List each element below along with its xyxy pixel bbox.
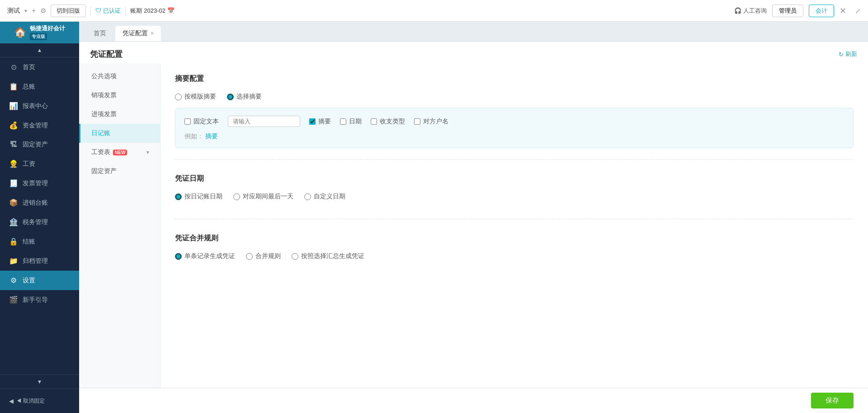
project-chevron-icon[interactable]: ▾ — [24, 8, 27, 14]
accountant-button[interactable]: 会计 — [809, 5, 834, 17]
radio-template-summary-label: 按模版摘要 — [184, 93, 216, 101]
radio-merge-rule[interactable]: 合并规则 — [246, 252, 281, 260]
tax-icon: 🏦 — [9, 218, 18, 226]
radio-single-record[interactable]: 单条记录生成凭证 — [175, 252, 235, 260]
topbar-settings-icon[interactable]: ⚙ — [40, 7, 46, 15]
window-expand-icon[interactable]: ⤢ — [855, 7, 861, 14]
sidebar-item-tax[interactable]: 🏦 税务管理 — [0, 212, 79, 232]
sidebar-scroll-up[interactable]: ▲ — [0, 45, 79, 55]
sidebar-item-guide[interactable]: 🎬 新手引导 — [0, 290, 79, 310]
main-wrap: 🏠 畅捷通好会计 专业版 ▲ ⊙ 首页 📋 总账 📊 报表中心 💰 — [0, 22, 868, 413]
radio-summary-generate-input[interactable] — [292, 253, 298, 260]
fixed-text-label: 固定文本 — [193, 117, 219, 126]
sidebar-item-closing[interactable]: 🔒 结账 — [0, 232, 79, 251]
refresh-label: 刷新 — [845, 50, 857, 58]
example-prefix: 例如： — [184, 132, 203, 140]
radio-period-last-input[interactable] — [233, 193, 240, 200]
checkbox-fixed-text-input[interactable] — [184, 118, 191, 125]
calendar-icon[interactable]: 📅 — [167, 7, 175, 14]
config-sidebar-fixed-assets[interactable]: 固定资产 — [79, 162, 160, 181]
voucher-merge-radio-group: 单条记录生成凭证 合并规则 按照选择汇总生成凭证 — [175, 252, 854, 260]
radio-merge-rule-input[interactable] — [246, 253, 253, 260]
sidebar-label-reports: 报表中心 — [23, 102, 48, 110]
config-sidebar-purchase-invoice[interactable]: 进项发票 — [79, 105, 160, 124]
radio-template-summary[interactable]: 按模版摘要 — [175, 93, 216, 101]
config-sidebar-journal-label: 日记账 — [91, 129, 110, 136]
checkbox-income-type-label: 收支类型 — [380, 117, 405, 126]
config-sidebar-sales-invoice[interactable]: 销项发票 — [79, 86, 160, 105]
config-sidebar-public-label: 公共选项 — [91, 72, 117, 80]
sidebar-item-capital[interactable]: 💰 资金管理 — [0, 116, 79, 135]
home-icon: ⊙ — [9, 63, 18, 71]
page-title: 凭证配置 — [90, 49, 123, 60]
checkbox-date-input[interactable] — [340, 118, 346, 125]
radio-journal-date-input[interactable] — [175, 193, 182, 200]
refresh-button[interactable]: ↻ 刷新 — [839, 50, 857, 58]
payroll-chevron-icon: ▾ — [146, 149, 149, 155]
certified-label: 已认证 — [103, 7, 121, 15]
closing-icon: 🔒 — [9, 237, 18, 246]
logo-icon: 🏠 — [14, 27, 26, 38]
sidebar-item-purchase-sale[interactable]: 📦 进销台账 — [0, 193, 79, 212]
window-close-icon[interactable]: ✕ — [840, 6, 846, 16]
radio-select-summary[interactable]: 选择摘要 — [227, 93, 262, 101]
save-button[interactable]: 保存 — [811, 393, 854, 408]
help-headset-icon: 🎧 — [734, 7, 741, 14]
sidebar-item-reports[interactable]: 📊 报表中心 — [0, 96, 79, 116]
fixed-text-input[interactable] — [228, 116, 300, 127]
radio-period-last[interactable]: 对应期间最后一天 — [233, 192, 293, 201]
period-label: 账期 — [130, 7, 142, 15]
admin-button[interactable]: 管理员 — [772, 5, 803, 17]
tab-home[interactable]: 首页 — [86, 26, 113, 41]
sidebar-item-assets[interactable]: 🏗 固定资产 — [0, 135, 79, 154]
sidebar-item-home[interactable]: ⊙ 首页 — [0, 57, 79, 77]
sidebar-label-settings: 设置 — [23, 277, 35, 285]
archive-icon: 📁 — [9, 257, 18, 265]
sidebar-item-ledger[interactable]: 📋 总账 — [0, 77, 79, 96]
ledger-icon: 📋 — [9, 82, 18, 91]
sidebar-label-ledger: 总账 — [23, 83, 35, 91]
sidebar-scroll-down[interactable]: ▼ — [0, 377, 79, 387]
checkbox-summary-input[interactable] — [309, 118, 316, 125]
radio-single-record-input[interactable] — [175, 253, 182, 260]
help-button[interactable]: 🎧 人工咨询 — [734, 7, 767, 15]
checkbox-date[interactable]: 日期 — [340, 117, 362, 126]
config-sidebar-journal[interactable]: 日记账 — [79, 124, 160, 143]
account-period: 账期 2023-02 📅 — [130, 7, 175, 15]
checkbox-summary[interactable]: 摘要 — [309, 117, 331, 126]
sidebar-item-settings[interactable]: ⚙ 设置 — [0, 271, 79, 290]
radio-custom-date-label: 自定义日期 — [314, 192, 345, 201]
summary-radio-group: 按模版摘要 选择摘要 — [175, 93, 854, 101]
checkbox-counterparty-input[interactable] — [414, 118, 420, 125]
sidebar-item-archive[interactable]: 📁 归档管理 — [0, 251, 79, 271]
config-sidebar-payroll-table[interactable]: 工资表 NEW ▾ — [79, 143, 160, 162]
payroll-icon: 👷 — [9, 160, 18, 168]
checkbox-income-type[interactable]: 收支类型 — [371, 117, 405, 126]
voucher-merge-section: 凭证合并规则 单条记录生成凭证 合并规则 — [175, 234, 854, 278]
help-label: 人工咨询 — [743, 7, 767, 15]
checkbox-counterparty[interactable]: 对方户名 — [414, 117, 448, 126]
cancel-fixed-button[interactable]: ◀ ◀ 取消固定 — [7, 394, 72, 408]
sidebar-logo: 🏠 畅捷通好会计 专业版 — [0, 22, 79, 43]
period-value: 2023-02 — [144, 7, 165, 14]
radio-custom-date-input[interactable] — [304, 193, 311, 200]
save-bar: 保存 — [79, 388, 868, 413]
tab-close-icon[interactable]: × — [151, 30, 154, 37]
radio-select-summary-input[interactable] — [227, 94, 234, 100]
add-project-icon[interactable]: + — [32, 7, 36, 15]
switch-old-version-button[interactable]: 切到旧版 — [51, 5, 86, 17]
radio-single-label: 单条记录生成凭证 — [184, 252, 235, 260]
assets-icon: 🏗 — [9, 141, 18, 149]
radio-journal-date[interactable]: 按日记账日期 — [175, 192, 222, 201]
capital-icon: 💰 — [9, 121, 18, 130]
topbar-right: 🎧 人工咨询 管理员 会计 ✕ ⤢ — [734, 5, 861, 17]
radio-custom-date[interactable]: 自定义日期 — [304, 192, 345, 201]
tab-voucher-config[interactable]: 凭证配置 × — [115, 26, 161, 41]
radio-summary-generate[interactable]: 按照选择汇总生成凭证 — [292, 252, 364, 260]
sidebar-item-payroll[interactable]: 👷 工资 — [0, 154, 79, 174]
sidebar-item-invoice[interactable]: 🧾 发票管理 — [0, 174, 79, 193]
checkbox-income-type-input[interactable] — [371, 118, 377, 125]
checkbox-fixed-text[interactable]: 固定文本 — [184, 117, 219, 126]
radio-template-summary-input[interactable] — [175, 94, 182, 100]
config-sidebar-public[interactable]: 公共选项 — [79, 67, 160, 86]
